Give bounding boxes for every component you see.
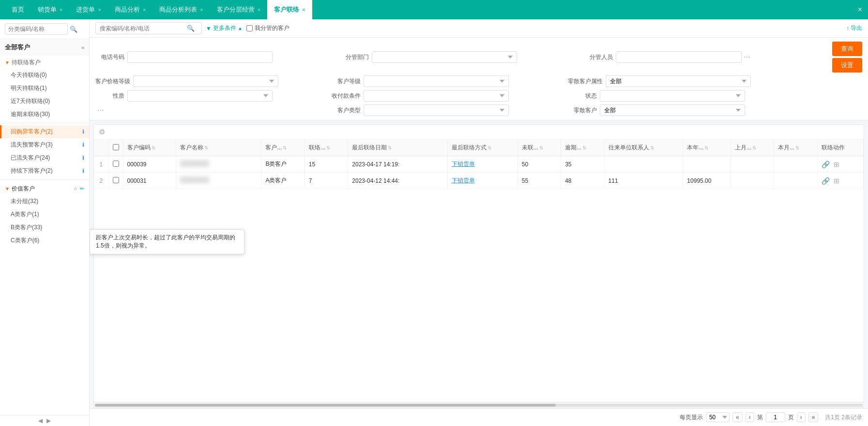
filter-retail-customer-select[interactable]: 全部	[600, 104, 745, 116]
settings-button[interactable]: 设置	[832, 58, 862, 73]
first-page-btn[interactable]: «	[732, 412, 743, 422]
nav-customer-segment-close[interactable]: ×	[258, 7, 260, 13]
last-page-btn[interactable]: »	[808, 412, 819, 422]
filter-phone-input[interactable]	[127, 51, 273, 63]
table-container[interactable]: 客户编码⇅ 客户名称⇅ 客户...⇅ 联络...⇅	[94, 140, 864, 402]
sidebar-item-classC[interactable]: C类客户(6)	[0, 234, 89, 247]
cell-last-contact-method[interactable]: 下销货单	[447, 173, 518, 189]
chevron-down-icon: ▲	[238, 26, 243, 31]
select-all-checkbox[interactable]	[113, 144, 119, 150]
more-dots-person[interactable]: ···	[742, 53, 752, 61]
table-header-row: 客户编码⇅ 客户名称⇅ 客户...⇅ 联络...⇅	[94, 140, 864, 156]
sort-overdue-icon[interactable]: ⇅	[582, 145, 586, 150]
filter-price-grade-select[interactable]	[133, 75, 278, 87]
filter-customer-grade-select[interactable]	[364, 75, 509, 87]
nav-product-analysis[interactable]: 商品分析 ×	[108, 0, 152, 19]
pending-contact-group[interactable]: ▼ 待联络客户	[0, 56, 89, 69]
sort-type-icon[interactable]: ⇅	[283, 145, 287, 150]
value-group-edit[interactable]: ✏	[80, 186, 84, 192]
page-number-input[interactable]	[766, 412, 785, 422]
nav-home[interactable]: 首页	[5, 0, 31, 19]
sidebar-item-churned[interactable]: 已流失客户(24) ℹ	[0, 151, 89, 164]
info-icon-repurchase[interactable]: ℹ	[82, 129, 84, 135]
sidebar-item-7days[interactable]: 近7天待联络(0)	[0, 95, 89, 108]
col-contacts: 联络...⇅	[305, 140, 348, 156]
info-icon-declining[interactable]: ℹ	[82, 168, 84, 174]
more-conditions-btn[interactable]: ▼ 更多条件 ▲	[206, 24, 243, 32]
sort-contacts2-icon[interactable]: ⇅	[650, 145, 654, 150]
filter-nature-select[interactable]	[127, 90, 273, 102]
value-group-sort[interactable]: ○	[74, 186, 77, 192]
sidebar-item-declining[interactable]: 持续下滑客户(2) ℹ	[0, 164, 89, 177]
sort-method-icon[interactable]: ⇅	[487, 145, 491, 150]
contact-method-link[interactable]: 下销货单	[452, 161, 475, 167]
nav-customer-contact-close[interactable]: ×	[302, 7, 305, 13]
sidebar-item-repurchase-abnormal[interactable]: 回购异常客户(2) ℹ	[0, 125, 89, 138]
sort-thisyear-icon[interactable]: ⇅	[704, 145, 708, 150]
export-button[interactable]: ↑ 导出	[846, 24, 862, 32]
row-checkbox-0[interactable]	[113, 161, 119, 167]
nav-product-analysis-list-close[interactable]: ×	[200, 7, 203, 13]
sort-thismonth-icon[interactable]: ⇅	[795, 145, 799, 150]
nav-customer-contact[interactable]: 客户联络 ×	[267, 0, 312, 19]
contact-method-link[interactable]: 下销货单	[452, 177, 475, 184]
sort-name-icon[interactable]: ⇅	[204, 145, 208, 150]
filter-person-input[interactable]	[616, 51, 742, 63]
my-customers-checkbox[interactable]	[246, 25, 253, 31]
filter-search-input[interactable]	[100, 25, 187, 32]
nav-purchase-order[interactable]: 进货单 ×	[69, 0, 107, 19]
action-link-icon[interactable]: 🔗	[822, 161, 830, 168]
sidebar-item-ungrouped[interactable]: 未分组(32)	[0, 195, 89, 208]
sidebar-item-classB[interactable]: B类客户(33)	[0, 221, 89, 234]
cell-name[interactable]	[176, 156, 261, 173]
cell-checkbox[interactable]	[108, 173, 123, 189]
table-settings-icon[interactable]: ⚙	[99, 128, 105, 136]
info-icon-churned[interactable]: ℹ	[82, 155, 84, 161]
sidebar-item-overdue[interactable]: 逾期未联络(30)	[0, 108, 89, 121]
sidebar-item-tomorrow[interactable]: 明天待联络(1)	[0, 82, 89, 95]
filter-customer-type-select[interactable]	[364, 104, 509, 116]
sort-code-icon[interactable]: ⇅	[152, 145, 155, 150]
cell-name[interactable]	[176, 173, 261, 189]
sidebar-search-input[interactable]	[5, 23, 68, 35]
filter-status-select[interactable]	[600, 90, 745, 102]
sidebar-prev-btn[interactable]: ◀	[38, 417, 43, 424]
next-page-btn[interactable]: ›	[797, 412, 806, 422]
row-checkbox-1[interactable]	[113, 177, 119, 183]
sort-uncontacted-icon[interactable]: ⇅	[539, 145, 543, 150]
sidebar-item-churn-warning[interactable]: 流失预警客户(3) ℹ	[0, 138, 89, 151]
filter-retail-attr-select[interactable]: 全部	[606, 75, 751, 87]
nav-sales-order-close[interactable]: ×	[60, 7, 62, 13]
sidebar-item-today[interactable]: 今天待联络(0)	[0, 69, 89, 82]
sort-lastmonth-icon[interactable]: ⇅	[752, 145, 756, 150]
action-grid-icon[interactable]: ⊞	[834, 161, 839, 168]
action-grid-icon[interactable]: ⊞	[834, 177, 839, 185]
prev-page-btn[interactable]: ‹	[746, 412, 754, 422]
filter-payment-select[interactable]	[364, 90, 509, 102]
table-hscroll[interactable]	[94, 402, 864, 408]
filter-search-icon[interactable]: 🔍	[187, 25, 195, 32]
filter-dept-select[interactable]	[372, 51, 517, 63]
sidebar-item-classA[interactable]: A类客户(1)	[0, 208, 89, 221]
page-size-select[interactable]: 50 10 20 100	[706, 412, 730, 422]
cell-last-contact-date: 2023-04-12 14:44:	[348, 173, 447, 189]
nav-sales-order[interactable]: 销货单 ×	[31, 0, 69, 19]
sort-contacts-icon[interactable]: ⇅	[326, 145, 330, 150]
nav-purchase-order-close[interactable]: ×	[98, 7, 101, 13]
nav-product-analysis-close[interactable]: ×	[143, 7, 146, 13]
cell-action: 🔗 ⊞	[817, 156, 863, 173]
more-dots-row4[interactable]: ···	[95, 106, 106, 115]
close-all-tabs[interactable]: ×	[858, 5, 862, 14]
sort-date-icon[interactable]: ⇅	[388, 145, 392, 150]
info-icon-churn-warning[interactable]: ℹ	[82, 142, 84, 148]
action-link-icon[interactable]: 🔗	[822, 177, 830, 185]
nav-customer-segment[interactable]: 客户分层经营 ×	[210, 0, 267, 19]
cell-checkbox[interactable]	[108, 156, 123, 173]
sidebar-next-btn[interactable]: ▶	[46, 417, 51, 424]
cell-last-contact-method[interactable]: 下销货单	[447, 156, 518, 173]
query-button[interactable]: 查询	[832, 42, 862, 56]
nav-product-analysis-list[interactable]: 商品分析列表 ×	[152, 0, 210, 19]
sidebar-search-icon[interactable]: 🔍	[70, 26, 77, 33]
collapse-icon[interactable]: «	[81, 44, 84, 50]
all-customers-title[interactable]: 全部客户 «	[0, 39, 89, 56]
